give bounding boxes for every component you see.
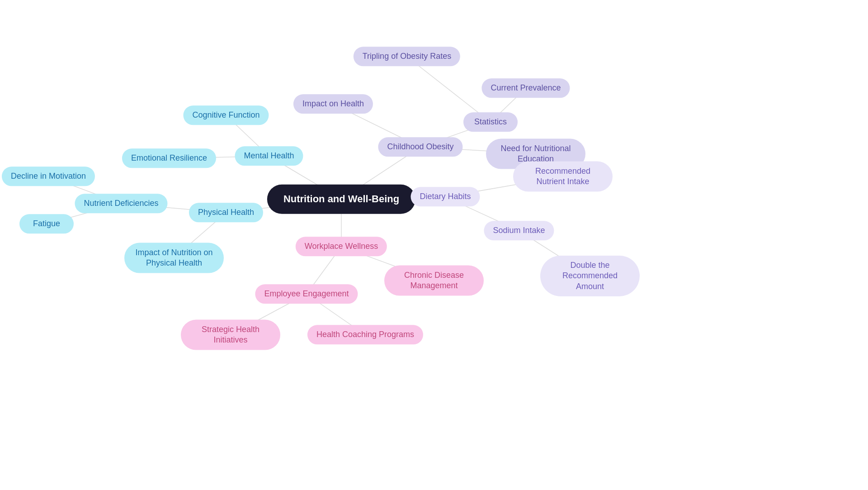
node-recommended-nutrient[interactable]: Recommended Nutrient Intake [513, 162, 613, 192]
node-strategic-health[interactable]: Strategic Health Initiatives [181, 320, 280, 350]
node-tripling-obesity[interactable]: Tripling of Obesity Rates [354, 47, 460, 66]
node-cognitive-function[interactable]: Cognitive Function [183, 105, 269, 125]
node-current-prevalence[interactable]: Current Prevalence [481, 78, 570, 98]
node-physical-health[interactable]: Physical Health [189, 203, 263, 222]
node-impact-on-health[interactable]: Impact on Health [293, 94, 373, 114]
node-decline-in-motivation[interactable]: Decline in Motivation [2, 167, 95, 186]
mindmap-container: Nutrition and Well-BeingMental HealthCog… [0, 0, 868, 490]
node-impact-nutrition-physical[interactable]: Impact of Nutrition on Physical Health [124, 243, 224, 273]
node-statistics[interactable]: Statistics [463, 112, 518, 132]
node-double-recommended[interactable]: Double the Recommended Amount [540, 256, 640, 296]
node-emotional-resilience[interactable]: Emotional Resilience [122, 148, 216, 168]
center-node[interactable]: Nutrition and Well-Being [267, 185, 415, 214]
node-employee-engagement[interactable]: Employee Engagement [255, 284, 358, 304]
node-workplace-wellness[interactable]: Workplace Wellness [296, 237, 387, 256]
node-health-coaching[interactable]: Health Coaching Programs [307, 325, 423, 344]
node-childhood-obesity[interactable]: Childhood Obesity [378, 137, 462, 157]
node-chronic-disease[interactable]: Chronic Disease Management [384, 266, 484, 296]
node-nutrient-deficiencies[interactable]: Nutrient Deficiencies [75, 194, 167, 213]
connections-svg [0, 0, 868, 490]
node-mental-health[interactable]: Mental Health [235, 146, 303, 166]
node-fatigue[interactable]: Fatigue [19, 214, 74, 233]
node-sodium-intake[interactable]: Sodium Intake [484, 221, 554, 240]
node-dietary-habits[interactable]: Dietary Habits [410, 187, 480, 206]
